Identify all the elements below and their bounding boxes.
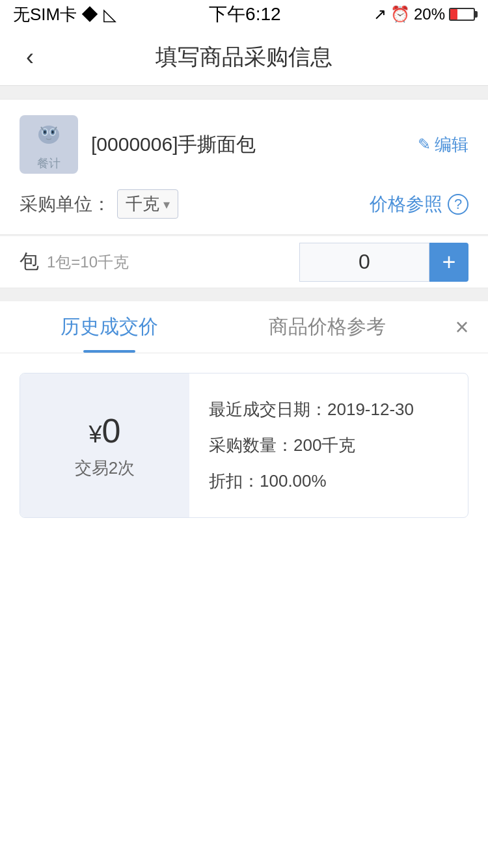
product-name: [0000006]手撕面包 [91, 131, 256, 158]
quantity-input[interactable] [299, 243, 429, 282]
tab-active-indicator [83, 350, 135, 353]
trade-qty-row: 采购数量：200千克 [209, 433, 448, 458]
tab-product-label: 商品价格参考 [269, 314, 386, 340]
tabs-header: 历史成交价 商品价格参考 × [0, 301, 488, 353]
product-top-row: 餐计 [0000006]手撕面包 ✎ 编辑 [20, 115, 468, 174]
trade-price: ¥0 [89, 411, 121, 450]
unit-label-area: 采购单位： 千克 ▾ [20, 189, 178, 219]
edit-button[interactable]: ✎ 编辑 [418, 133, 468, 156]
trade-date-row: 最近成交日期：2019-12-30 [209, 397, 448, 422]
product-bottom-row: 采购单位： 千克 ▾ 价格参照 ? [20, 189, 468, 219]
quantity-input-area: + [299, 243, 468, 282]
tabs-section: 历史成交价 商品价格参考 × ¥0 交易2次 最近成交日期：2019-12-30… [0, 301, 488, 537]
product-card: 餐计 [0000006]手撕面包 ✎ 编辑 采购单位： 千克 ▾ 价格参照 ? [0, 99, 488, 235]
discount-value: 100.00% [260, 471, 327, 491]
price-reference-button[interactable]: 价格参照 ? [370, 192, 468, 217]
qty-value: 200千克 [293, 435, 355, 455]
trade-card: ¥0 交易2次 最近成交日期：2019-12-30 采购数量：200千克 折扣：… [20, 373, 468, 518]
quantity-row: 包 1包=10千克 + [0, 236, 488, 288]
trade-card-right: 最近成交日期：2019-12-30 采购数量：200千克 折扣：100.00% [189, 373, 468, 517]
tab-history-label: 历史成交价 [61, 314, 158, 340]
product-info: 餐计 [0000006]手撕面包 [20, 115, 256, 174]
back-button[interactable]: ‹ [20, 37, 40, 77]
owl-label: 餐计 [37, 156, 61, 171]
svg-point-6 [52, 131, 54, 133]
carrier-text: 无SIM卡 ◆ ◺ [13, 3, 116, 26]
status-icons: ↗ ⏰ 20% [373, 5, 475, 23]
svg-point-5 [44, 131, 46, 133]
trade-count: 交易2次 [75, 457, 135, 480]
unit-select-dropdown[interactable]: 千克 ▾ [117, 189, 178, 219]
history-content: ¥0 交易2次 最近成交日期：2019-12-30 采购数量：200千克 折扣：… [0, 353, 488, 537]
quantity-plus-button[interactable]: + [429, 243, 468, 282]
status-carrier: 无SIM卡 ◆ ◺ [13, 3, 116, 26]
trade-card-left: ¥0 交易2次 [20, 373, 189, 517]
unit-text: 采购单位： [20, 192, 111, 217]
alarm-icon: ⏰ [390, 5, 410, 23]
page-title: 填写商品采购信息 [156, 42, 332, 72]
unit-conversion: 1包=10千克 [47, 252, 129, 273]
unit-value: 千克 [126, 193, 159, 215]
battery-percent: 20% [414, 5, 445, 23]
edit-label: 编辑 [435, 133, 468, 156]
location-icon: ↗ [373, 5, 386, 23]
close-tabs-button[interactable]: × [436, 314, 488, 341]
currency-symbol: ¥ [89, 421, 102, 448]
date-value: 2019-12-30 [327, 400, 414, 419]
edit-icon: ✎ [418, 135, 431, 154]
product-image: 餐计 [20, 115, 78, 174]
price-value: 0 [102, 412, 121, 450]
battery-icon [449, 8, 475, 21]
date-label: 最近成交日期： [209, 400, 327, 419]
help-icon: ? [448, 194, 468, 215]
bao-label: 包 [20, 249, 39, 275]
status-time: 下午6:12 [209, 2, 281, 27]
chevron-down-icon: ▾ [163, 197, 170, 212]
tab-product-price-ref[interactable]: 商品价格参考 [218, 301, 436, 353]
trade-discount-row: 折扣：100.00% [209, 468, 448, 494]
discount-label: 折扣： [209, 471, 260, 491]
empty-content-area [0, 537, 488, 868]
qty-label: 采购数量： [209, 435, 293, 455]
tab-history-price[interactable]: 历史成交价 [0, 301, 218, 353]
owl-icon [33, 118, 64, 154]
header: ‹ 填写商品采购信息 [0, 29, 488, 86]
status-bar: 无SIM卡 ◆ ◺ 下午6:12 ↗ ⏰ 20% [0, 0, 488, 29]
price-ref-label: 价格参照 [370, 192, 442, 217]
unit-info: 包 1包=10千克 [20, 249, 129, 275]
